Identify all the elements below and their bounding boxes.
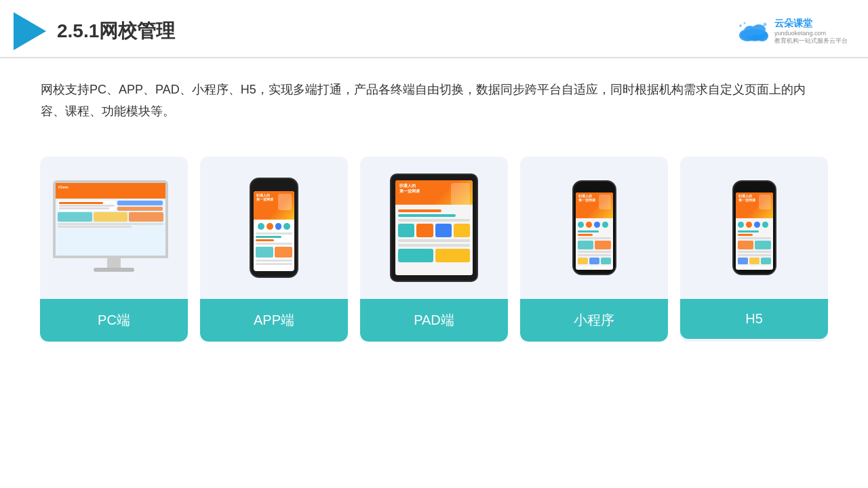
brand-slogan: 教育机构一站式服务云平台 [774,37,848,45]
mini-phone-body-h5 [736,218,773,266]
hline1 [738,230,760,232]
line5 [256,260,292,262]
mini-dot-row [578,220,611,229]
hdot4 [762,222,768,228]
cloud-logo-icon [735,20,770,42]
dot4 [283,223,290,230]
dot3 [275,223,282,230]
line1 [256,232,292,235]
tablet-body [395,205,473,275]
tablet-screen: 职通人的第一堂网课 [395,180,473,275]
mini-phone-h5: 职通人的第一堂网课 [732,180,776,275]
card-image-h5: 职通人的第一堂网课 [680,157,828,299]
phone-notch [267,184,281,188]
tab-line1 [398,209,441,212]
mini-phone-miniprogram: 职通人的第一堂网课 [572,180,616,275]
tcard3 [435,224,452,237]
card-image-pc: iCiass [40,157,188,299]
logo-area: 云朵课堂 yunduoketang.com 教育机构一站式服务云平台 [735,18,848,45]
hdot3 [754,222,760,228]
card-label-pc: PC端 [40,299,188,342]
brand-text: 云朵课堂 yunduoketang.com 教育机构一站式服务云平台 [774,18,848,45]
hdot1 [738,222,744,228]
svg-point-5 [741,29,768,41]
tablet-card-row2 [398,249,470,262]
page-title: 2.5.1网校管理 [57,18,175,44]
mini-phone-header-h5: 职通人的第一堂网课 [736,192,773,218]
line4 [256,243,292,245]
dot2 [267,223,273,230]
tab-line4 [398,239,470,242]
mdot4 [602,222,608,228]
mini-phone-body-mp [576,218,613,266]
mdot2 [586,222,592,228]
tab-line3 [398,219,470,222]
card-app: 职通人的第一堂网课 [200,157,348,342]
tcard4 [454,224,470,237]
tcard2 [416,224,433,237]
svg-point-6 [739,24,742,27]
brand-name: 云朵课堂 [774,18,848,30]
monitor-stand [107,258,121,268]
hline2 [738,234,753,236]
mdot1 [578,222,584,228]
svg-point-7 [764,23,767,26]
page-header: 2.5.1网校管理 云朵课堂 yunduoketang.com 教育机构一站式服… [0,0,868,58]
mline3 [578,237,611,239]
mini-phone-notch-h5 [747,187,761,190]
play-icon [14,12,46,50]
card-miniprogram: 职通人的第一堂网课 [520,157,668,342]
mini-phone-header-mp: 职通人的第一堂网课 [576,192,613,218]
phone-header-app: 职通人的第一堂网课 [254,191,294,220]
phone-icon-row [256,222,292,231]
device-cards-container: iCiass [0,136,868,355]
pc-monitor: iCiass [53,180,175,275]
card-label-miniprogram: 小程序 [520,299,668,342]
card-image-pad: 职通人的第一堂网课 [360,157,508,299]
mdot3 [594,222,600,228]
phone-app: 职通人的第一堂网课 [250,178,298,278]
card-h5: 职通人的第一堂网课 [680,157,828,342]
dot1 [258,223,264,230]
card-pc: iCiass [40,157,188,342]
tcard5 [398,249,433,262]
hline3 [738,237,771,239]
mini-phone-notch [587,187,601,190]
card-image-miniprogram: 职通人的第一堂网课 [520,157,668,299]
hline5 [738,254,771,256]
card-pad: 职通人的第一堂网课 [360,157,508,342]
tab-line5 [398,244,470,247]
card-label-app: APP端 [200,299,348,342]
tcard6 [435,249,471,262]
hdot2 [746,222,752,228]
card-label-h5: H5 [680,299,828,339]
mini-phone-screen-h5: 职通人的第一堂网课 [736,192,773,270]
monitor-base [94,268,134,272]
tab-line2 [398,214,456,217]
hline4 [738,251,771,253]
mini-dot-row-h5 [738,220,771,229]
phone-body-app [254,220,294,268]
mline2 [578,234,593,236]
line3 [256,239,274,241]
tablet-header: 职通人的第一堂网课 [395,180,473,205]
line2 [256,236,281,238]
mline5 [578,254,611,256]
monitor-screen: iCiass [53,180,168,258]
mini-phone-screen-mp: 职通人的第一堂网课 [576,192,613,270]
card-label-pad: PAD端 [360,299,508,342]
svg-point-8 [744,22,746,24]
card-image-app: 职通人的第一堂网课 [200,157,348,299]
brand-url: yunduoketang.com [774,30,848,37]
description-text: 网校支持PC、APP、PAD、小程序、H5，实现多端打通，产品各终端自由切换，数… [0,58,868,129]
mline4 [578,251,611,253]
tablet-card-row1 [398,224,470,237]
phone-screen-app: 职通人的第一堂网课 [254,191,294,271]
mline1 [578,230,599,232]
tcard1 [398,224,414,237]
line6 [256,263,292,265]
header-left: 2.5.1网校管理 [14,12,175,50]
tablet-pad: 职通人的第一堂网课 [390,174,478,282]
